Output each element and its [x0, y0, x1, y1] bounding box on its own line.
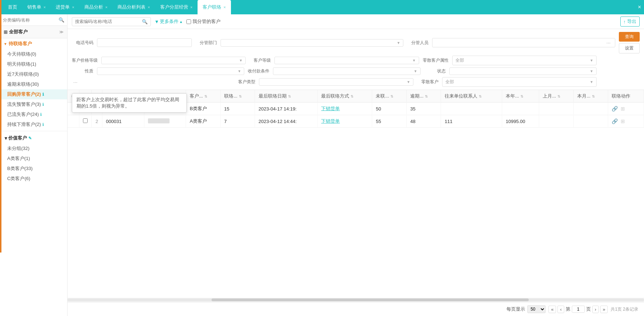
- phone-input[interactable]: [97, 38, 192, 47]
- nav-sales[interactable]: 销售单 ×: [22, 0, 51, 14]
- last-page-btn[interactable]: »: [600, 306, 608, 313]
- sidebar-item-class-c[interactable]: C类客户(6): [0, 174, 67, 184]
- sidebar-item-7days[interactable]: 近7天待联络(0): [0, 69, 67, 79]
- cust-level-select[interactable]: ▼: [274, 57, 419, 64]
- advanced-filter-panel: 电话号码 分管部门 ▼ 分管人员 ··· 查询 设置 客户价: [68, 29, 644, 90]
- more-dots-icon[interactable]: ···: [72, 79, 79, 85]
- nav-product-analysis-list[interactable]: 商品分析列表 ×: [112, 0, 155, 14]
- search-icon[interactable]: 🔍: [142, 19, 148, 24]
- sidebar-search-icon[interactable]: 🔍: [59, 17, 64, 23]
- status-select[interactable]: ▼: [449, 67, 597, 75]
- row2-checkbox-input[interactable]: [83, 118, 88, 123]
- nav-home[interactable]: 首页: [3, 0, 22, 14]
- query-button[interactable]: 查询: [619, 32, 640, 42]
- info-icon[interactable]: ℹ: [42, 92, 44, 97]
- nav-product-analysis[interactable]: 商品分析 ×: [79, 0, 112, 14]
- per-page-select[interactable]: 50 10 20 100: [527, 305, 546, 313]
- export-button[interactable]: ↑ 导出: [620, 16, 640, 27]
- sidebar-item-class-b[interactable]: B类客户(33): [0, 164, 67, 174]
- search-input[interactable]: [75, 19, 140, 24]
- sidebar-all-customers-title[interactable]: ⊞ 全部客户 ≫: [0, 26, 67, 38]
- nav-customer-layered[interactable]: 客户分层经营 ×: [155, 0, 198, 14]
- sidebar-item-unclassified[interactable]: 未分组(32): [0, 143, 67, 154]
- settings-button[interactable]: 设置: [619, 43, 640, 53]
- sort-icon5: ⇅: [288, 94, 291, 98]
- sort-icon11: ⇅: [557, 94, 560, 98]
- sidebar-item-repurchase-anomaly[interactable]: 回购异常客户(2) ℹ: [0, 89, 67, 99]
- edit-icon[interactable]: ✎: [28, 136, 32, 141]
- nav-customer-contact[interactable]: 客户联络 ×: [198, 0, 231, 14]
- dots-icon[interactable]: ···: [605, 40, 612, 46]
- row2-unit-contact: 111: [441, 115, 502, 128]
- table-row: 2 000031 A类客户 7 2023-04-12 14:44: 下销货单 5…: [68, 115, 644, 128]
- collapse-icon[interactable]: ≫: [59, 30, 64, 34]
- sidebar-item-declining[interactable]: 持续下滑客户(2) ℹ: [0, 119, 67, 129]
- row2-level: A类客户: [186, 115, 221, 128]
- horizontal-scrollbar[interactable]: [68, 298, 644, 302]
- last-method-col-header[interactable]: 最后联络方式⇅: [318, 90, 372, 103]
- info-icon-churn[interactable]: ℹ: [42, 102, 44, 107]
- nav-purchase[interactable]: 进货单 ×: [51, 0, 79, 14]
- row2-uncontacted: 55: [372, 115, 407, 128]
- row1-last-method[interactable]: 下销货单: [318, 103, 372, 115]
- price-level-select[interactable]: ▼: [101, 57, 246, 64]
- sidebar-item-churn-warning[interactable]: 流失预警客户(3) ℹ: [0, 99, 67, 109]
- next-page-btn[interactable]: ›: [592, 306, 599, 313]
- retail-attr-select[interactable]: 全部 ▼: [452, 56, 597, 65]
- info-icon-declining[interactable]: ℹ: [42, 122, 44, 127]
- row2-checkbox[interactable]: [79, 115, 92, 128]
- row1-overdue: 35: [407, 103, 441, 115]
- scrollbar-track: [68, 298, 644, 301]
- close-customer-contact-tab[interactable]: ×: [223, 5, 226, 9]
- row2-apps-icon[interactable]: ⊞: [621, 118, 625, 124]
- payment-select[interactable]: ▼: [273, 67, 420, 75]
- sidebar-item-churned[interactable]: 已流失客户(24) ℹ: [0, 109, 67, 119]
- close-purchase-tab[interactable]: ×: [72, 5, 74, 9]
- last-month-col-header[interactable]: 上月...⇅: [539, 90, 574, 103]
- manager-select[interactable]: ···: [432, 38, 615, 47]
- unit-contact-col-header[interactable]: 往来单位联系人⇅: [441, 90, 502, 103]
- row1-apps-icon[interactable]: ⊞: [621, 106, 625, 112]
- sidebar-pending-group-title[interactable]: ▼ 待联络客户: [0, 38, 67, 49]
- row1-link-icon[interactable]: 🔗: [612, 106, 618, 112]
- window-close-button[interactable]: ×: [638, 4, 641, 10]
- sidebar-item-today[interactable]: 今天待联络(0): [0, 49, 67, 59]
- retail-cust-select[interactable]: 全部 ▼: [442, 77, 597, 87]
- my-customers-checkbox[interactable]: [186, 19, 191, 24]
- this-year-col-header[interactable]: 本年...⇅: [502, 90, 539, 103]
- cust-type-select[interactable]: ▼: [259, 78, 413, 86]
- overdue-col-header[interactable]: 逾期...⇅: [407, 90, 441, 103]
- level-col-header[interactable]: 客户...⇅: [186, 90, 221, 103]
- dept-select[interactable]: ▼: [221, 39, 404, 47]
- prev-page-btn[interactable]: ‹: [557, 306, 564, 313]
- row2-last-method[interactable]: 下销货单: [318, 115, 372, 128]
- close-customer-layered-tab[interactable]: ×: [190, 5, 193, 9]
- sidebar: 🔍 ⊞ 全部客户 ≫ ▼ 待联络客户 今天待联络(0) 明天待联络(1) 近7天…: [0, 14, 68, 316]
- last-date-col-header[interactable]: 最后联络日期⇅: [255, 90, 318, 103]
- close-product-analysis-list-tab[interactable]: ×: [148, 5, 150, 9]
- sidebar-search-input[interactable]: [3, 18, 57, 23]
- more-conditions-btn[interactable]: ▼ 更多条件 ▲: [154, 18, 183, 25]
- row2-link-icon[interactable]: 🔗: [612, 118, 618, 124]
- per-page-label: 每页显示: [506, 306, 525, 312]
- sidebar-item-tomorrow[interactable]: 明天待联络(1): [0, 59, 67, 69]
- sidebar-item-class-a[interactable]: A类客户(1): [0, 154, 67, 164]
- info-icon-churned[interactable]: ℹ: [40, 112, 42, 117]
- triangle-icon2: ▼: [4, 136, 8, 141]
- sort-icon4: ⇅: [239, 94, 242, 98]
- contact-col-header[interactable]: 联络...⇅: [220, 90, 255, 103]
- scrollbar-thumb[interactable]: [212, 298, 529, 301]
- status-label: 状态: [424, 68, 446, 74]
- sidebar-value-group-title[interactable]: ▼ 价值客户 ✎: [0, 133, 67, 143]
- sidebar-item-overdue[interactable]: 逾期未联络(30): [0, 79, 67, 89]
- uncontacted-col-header[interactable]: 未联...⇅: [372, 90, 407, 103]
- nature-select[interactable]: ▼: [97, 67, 244, 75]
- close-product-analysis-tab[interactable]: ×: [105, 5, 107, 9]
- this-month-col-header[interactable]: 本月...⇅: [574, 90, 608, 103]
- first-page-btn[interactable]: «: [548, 306, 556, 313]
- row2-this-month: [574, 115, 608, 128]
- page-input[interactable]: [572, 306, 585, 313]
- close-sales-tab[interactable]: ×: [43, 5, 46, 9]
- row2-this-year: 10995.00: [502, 115, 539, 128]
- top-navigation: 首页 销售单 × 进货单 × 商品分析 × 商品分析列表 × 客户分层经营 × …: [0, 0, 644, 14]
